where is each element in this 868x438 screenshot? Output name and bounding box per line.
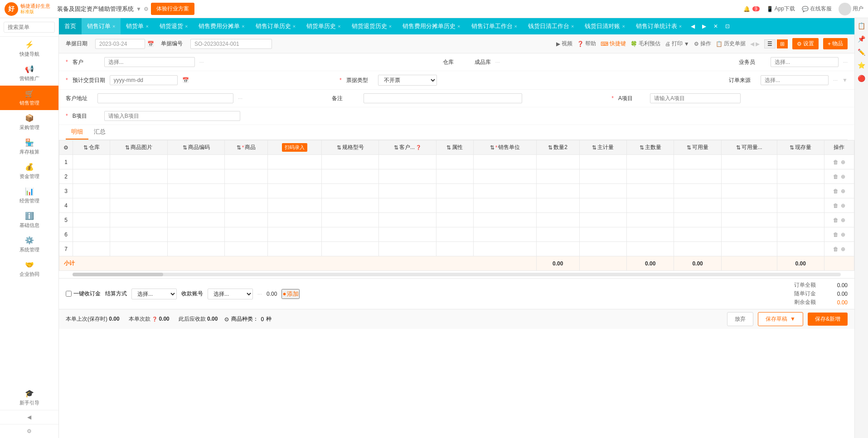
pay-method-select[interactable]: 选择... <box>131 289 177 299</box>
right-panel-icon-2[interactable]: 📌 <box>856 34 867 44</box>
right-panel-icon-4[interactable]: ⭐ <box>856 60 867 71</box>
settings-icon[interactable]: ⚙ <box>144 6 149 12</box>
staff-dots-btn[interactable]: ··· <box>843 59 848 65</box>
sidebar-collapse-btn[interactable]: ◀ <box>27 414 31 420</box>
tab-detail[interactable]: 明细 <box>66 125 88 140</box>
account-dots-btn[interactable]: ··· <box>257 291 262 297</box>
scan-btn[interactable]: 扫码录入 <box>282 143 307 152</box>
search-input[interactable] <box>4 22 55 33</box>
row-delete-icon[interactable]: 🗑 <box>833 246 839 252</box>
sidebar-item-operations[interactable]: 📊 经营管理 <box>0 183 58 208</box>
th-avail-qty2[interactable]: ⇅可用量... <box>721 140 777 155</box>
online-service-btn[interactable]: 💬 在线客服 <box>802 5 832 13</box>
right-panel-icon-5[interactable]: 🔴 <box>856 73 867 84</box>
sidebar-item-quick-nav[interactable]: ⚡ 快捷导航 <box>0 37 58 61</box>
view-btn[interactable]: ▶ 视频 <box>556 40 572 48</box>
th-qty2[interactable]: ⇅数量2 <box>536 140 579 155</box>
th-code[interactable]: ⇅商品编码 <box>167 140 224 155</box>
tab-return-history[interactable]: 销货退货历史 × <box>346 18 397 34</box>
industry-btn[interactable]: 体验行业方案 <box>151 3 194 15</box>
user-btn[interactable]: 用户 <box>839 3 863 15</box>
tab-sales-order[interactable]: 销售订单 × <box>82 18 121 34</box>
row-delete-icon[interactable]: 🗑 <box>833 159 839 165</box>
invoice-select[interactable]: 不开票 增值税普通发票 增值税专用发票 <box>378 75 437 86</box>
notifications-btn[interactable]: 🔔 9 <box>743 6 760 12</box>
add-payment-btn[interactable]: ● 添加 <box>281 289 300 299</box>
sidebar-item-guide[interactable]: 🎓 新手引导 <box>0 385 58 410</box>
row-copy-icon[interactable]: ⊕ <box>841 188 845 194</box>
row-copy-icon[interactable]: ⊕ <box>841 246 845 252</box>
form-view-btn[interactable]: ⊞ <box>777 39 788 48</box>
date-input[interactable] <box>95 39 145 49</box>
save-new-btn[interactable]: 保存&新增 <box>808 313 848 326</box>
right-panel-icon-3[interactable]: ✏️ <box>856 47 867 58</box>
sidebar-item-basic-info[interactable]: ℹ️ 基础信息 <box>0 208 58 232</box>
th-main-qty[interactable]: ⇅主数量 <box>626 140 674 155</box>
list-view-btn[interactable]: ☰ <box>764 39 776 48</box>
deposit-checkbox-label[interactable]: 一键收订金 <box>66 290 101 298</box>
th-current-qty[interactable]: ⇅现存量 <box>777 140 824 155</box>
address-dots-btn[interactable]: ··· <box>238 95 242 101</box>
th-image[interactable]: ⇅商品图片 <box>110 140 167 155</box>
tab-sales-return[interactable]: 销货退货 × <box>154 18 193 34</box>
warehouse-dots-btn[interactable]: ··· <box>495 59 500 65</box>
row-copy-icon[interactable]: ⊕ <box>841 173 845 180</box>
scroll-thumb[interactable] <box>73 273 163 276</box>
operations-btn[interactable]: ⚙ 操作 <box>694 40 711 48</box>
sidebar-item-inventory[interactable]: 🏪 库存核算 <box>0 135 58 159</box>
tab-daily-reconcile[interactable]: 钱货日清对账 × <box>579 18 630 34</box>
discard-btn[interactable]: 放弃 <box>727 312 753 326</box>
sidebar-settings-btn[interactable]: ⚙ <box>27 428 32 434</box>
tab-sales-invoice[interactable]: 销货单 × <box>121 18 154 34</box>
right-panel-icon-1[interactable]: 📋 <box>856 20 867 31</box>
tab-close-all-btn[interactable]: ✕ <box>710 18 722 34</box>
tab-order-workbench[interactable]: 销售订单工作台 × <box>466 18 523 34</box>
row-delete-icon[interactable]: 🗑 <box>833 188 839 194</box>
tab-order-stats[interactable]: 销售订单统计表 × <box>630 18 687 34</box>
profit-btn[interactable]: 🍀 毛利预估 <box>630 40 660 48</box>
th-customer-code[interactable]: ⇅客户...❓ <box>379 140 436 155</box>
history-btn[interactable]: 📋 历史单据 <box>716 40 746 48</box>
tab-sales-fee[interactable]: 销售费用分摊单 × <box>193 18 250 34</box>
deposit-checkbox[interactable] <box>66 291 72 297</box>
system-name[interactable]: 装备及固定资产辅助管理系统 <box>57 5 134 13</box>
shortcut-btn[interactable]: ⌨ 快捷键 <box>601 40 626 48</box>
order-source-input[interactable] <box>761 75 829 85</box>
tab-next-btn[interactable]: ▶ <box>698 18 710 34</box>
tab-summary[interactable]: 汇总 <box>88 125 111 140</box>
staff-input[interactable] <box>771 57 839 67</box>
row-delete-icon[interactable]: 🗑 <box>833 173 839 180</box>
b-project-input[interactable] <box>104 111 240 121</box>
sidebar-item-enterprise[interactable]: 🤝 企业协同 <box>0 257 58 281</box>
sidebar-item-sales[interactable]: 🛒 销售管理 <box>0 86 58 110</box>
delivery-input[interactable] <box>110 75 178 85</box>
address-input[interactable] <box>97 93 233 103</box>
tab-fee-history[interactable]: 销售费用分摊单历史 × <box>397 18 466 34</box>
row-copy-icon[interactable]: ⊕ <box>841 231 845 238</box>
th-scan[interactable]: 扫码录入 <box>267 140 321 155</box>
sidebar-item-finance[interactable]: 💰 资金管理 <box>0 159 58 183</box>
remarks-input[interactable] <box>364 93 522 103</box>
row-delete-icon[interactable]: 🗑 <box>833 202 839 209</box>
save-draft-dropdown-icon[interactable]: ▼ <box>790 316 795 322</box>
table-settings-icon[interactable]: ⚙ <box>63 144 68 151</box>
th-settings[interactable]: ⚙ <box>59 140 73 155</box>
th-avail-qty[interactable]: ⇅可用量 <box>674 140 721 155</box>
print-btn[interactable]: 🖨 打印 ▼ <box>665 40 689 48</box>
th-product[interactable]: ⇅*商品 <box>225 140 268 155</box>
help-btn[interactable]: ❓ 帮助 <box>577 40 596 48</box>
th-main-unit[interactable]: ⇅主计量 <box>579 140 626 155</box>
tab-order-history[interactable]: 销售订单历史 × <box>250 18 301 34</box>
num-input[interactable] <box>190 39 272 49</box>
tab-prev-btn[interactable]: ◀ <box>687 18 698 34</box>
delivery-calendar-icon[interactable]: 📅 <box>182 77 189 83</box>
tab-home[interactable]: 首页 <box>59 18 82 34</box>
tab-expand-btn[interactable]: ⊡ <box>722 18 733 34</box>
row-delete-icon[interactable]: 🗑 <box>833 231 839 238</box>
account-select[interactable]: 选择... <box>208 289 253 299</box>
th-attribute[interactable]: ⇅属性 <box>436 140 473 155</box>
row-copy-icon[interactable]: ⊕ <box>841 159 845 165</box>
sidebar-item-system[interactable]: ⚙️ 系统管理 <box>0 232 58 257</box>
save-draft-btn[interactable]: 保存草稿 ▼ <box>758 312 803 326</box>
tab-daily-workbench[interactable]: 钱货日清工作台 × <box>523 18 579 34</box>
